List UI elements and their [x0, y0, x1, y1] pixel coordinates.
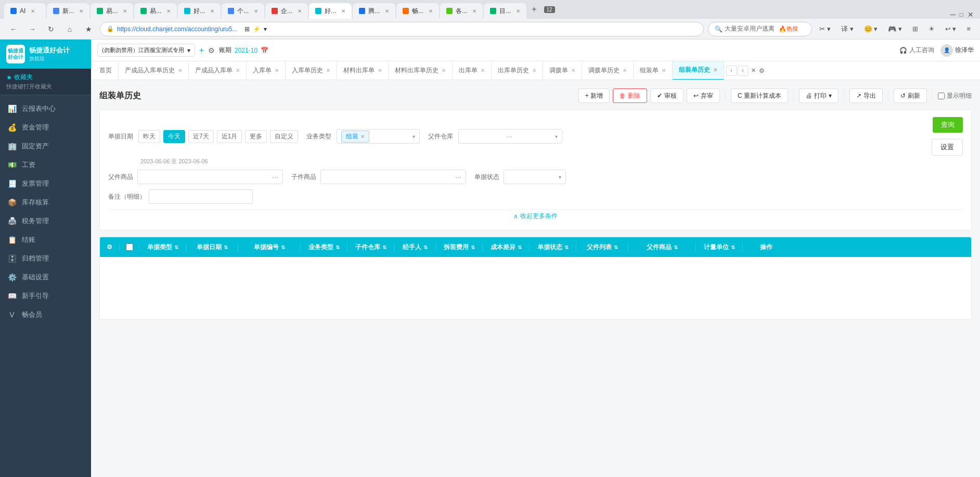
audit-button[interactable]: ✔ 审核 — [650, 88, 684, 103]
sort-icon-assembly_fee[interactable]: ⇅ — [471, 244, 475, 250]
custom-btn[interactable]: 自定义 — [270, 130, 298, 143]
browser-tab-12[interactable]: 目...✕ — [484, 3, 526, 19]
tab-scroll-left[interactable]: ‹ — [726, 66, 737, 76]
sun-icon[interactable]: ☀ — [925, 24, 938, 34]
sort-icon-doc_type[interactable]: ⇅ — [174, 244, 178, 250]
sort-icon-doc_status[interactable]: ⇅ — [564, 244, 569, 250]
sidebar-item-guide[interactable]: 📖 新手引导 — [0, 287, 91, 305]
tab-settings-icon[interactable]: ⚙ — [759, 67, 765, 74]
user-area[interactable]: 👤 徐泽华 — [940, 44, 974, 57]
page-tab-close-icon[interactable]: ✕ — [326, 68, 330, 73]
grid-apps-icon[interactable]: ⊞ — [909, 24, 921, 34]
back-button[interactable]: ← — [6, 22, 21, 36]
browser-tab-4[interactable]: 易...✕ — [134, 3, 177, 19]
browser-tab-8[interactable]: 好...✕ — [309, 3, 352, 19]
month-btn[interactable]: 近1月 — [217, 130, 242, 143]
tab-close-icon[interactable]: ✕ — [210, 8, 214, 14]
tab-close-icon[interactable]: ✕ — [31, 8, 35, 14]
sort-icon-biz_type[interactable]: ⇅ — [336, 244, 340, 250]
query-button[interactable]: 查询 — [933, 117, 963, 133]
browser-tab-2[interactable]: 新...✕ — [47, 3, 89, 19]
sort-icon-unit[interactable]: ⇅ — [731, 244, 735, 250]
forward-button[interactable]: → — [25, 22, 40, 36]
show-detail-checkbox[interactable]: 显示明细 — [938, 92, 972, 100]
menu-icon[interactable]: ≡ — [963, 24, 974, 34]
page-tab-home[interactable]: 首页 — [93, 61, 119, 80]
sidebar-item-settings[interactable]: ⚙️ 基础设置 — [0, 268, 91, 287]
home-button[interactable]: ⌂ — [62, 22, 77, 36]
show-detail-input[interactable] — [938, 93, 945, 99]
page-tab-produce_in_history[interactable]: 产成品入库单历史✕ — [119, 61, 189, 80]
select-all-checkbox[interactable] — [126, 243, 133, 251]
yesterday-btn[interactable]: 昨天 — [138, 130, 160, 143]
tab-close-icon[interactable]: ✕ — [516, 8, 520, 14]
child-goods-ellipsis[interactable]: ··· — [455, 173, 461, 181]
week-btn[interactable]: 近7天 — [188, 130, 214, 143]
refresh-action-button[interactable]: ↺ 刷新 — [894, 88, 927, 103]
address-bar[interactable]: 🔒 https://cloud.chanjet.com/accounting/u… — [100, 22, 704, 36]
tab-close-icon[interactable]: ✕ — [254, 8, 258, 14]
export-button[interactable]: ↗ 导出 — [849, 88, 883, 103]
page-tab-close-icon[interactable]: ✕ — [442, 68, 446, 73]
page-tab-out_order[interactable]: 出库单✕ — [453, 61, 492, 80]
recalculate-button[interactable]: C 重新计算成本 — [731, 88, 788, 103]
tab-close-icon[interactable]: ✕ — [166, 8, 171, 14]
sort-icon-parent_goods[interactable]: ⇅ — [674, 244, 678, 250]
tab-close-icon[interactable]: ✕ — [79, 8, 83, 14]
parent-goods-ellipsis[interactable]: ··· — [272, 173, 278, 181]
print-button[interactable]: 🖨 打印 ▾ — [799, 88, 839, 103]
sidebar-item-archive[interactable]: 🗄️ 归档管理 — [0, 249, 91, 268]
page-tab-close-icon[interactable]: ✕ — [236, 68, 240, 73]
new-button[interactable]: + 新增 — [578, 88, 610, 103]
more-btn[interactable]: 更多 — [245, 130, 267, 143]
sort-icon-doc_no[interactable]: ⇅ — [281, 244, 285, 250]
tab-close-icon[interactable]: ✕ — [429, 8, 433, 14]
parent-goods-input[interactable]: ··· — [137, 170, 283, 184]
table-settings-icon[interactable]: ⚙ — [107, 243, 112, 251]
page-tab-close-icon[interactable]: ✕ — [713, 67, 717, 73]
sidebar-favorite-section[interactable]: ★ 收藏夹 快捷键打开收藏夹 — [0, 69, 91, 95]
close-window-button[interactable]: ✕ — [968, 10, 974, 19]
child-goods-input[interactable]: ··· — [320, 170, 466, 184]
sort-icon-cost_diff[interactable]: ⇅ — [518, 244, 522, 250]
translate-icon[interactable]: 译 ▾ — [838, 23, 857, 35]
refresh-button[interactable]: ↻ — [44, 22, 58, 36]
service-button[interactable]: 🎧 人工咨询 — [899, 46, 934, 55]
page-tab-close-icon[interactable]: ✕ — [662, 68, 666, 73]
page-tab-close-icon[interactable]: ✕ — [481, 68, 485, 73]
th-gear[interactable]: ⚙ — [100, 243, 120, 251]
plus-icon[interactable]: + — [199, 46, 204, 55]
page-tab-close-icon[interactable]: ✕ — [378, 68, 382, 73]
page-tab-close-icon[interactable]: ✕ — [275, 68, 279, 73]
remark-input[interactable] — [149, 189, 253, 204]
sidebar-item-settlement[interactable]: 📋 结账 — [0, 230, 91, 249]
collapse-button[interactable]: ∧ 收起更多条件 — [513, 212, 558, 221]
sidebar-item-asset[interactable]: 🏢 固定资产 — [0, 137, 91, 156]
close-all-tabs[interactable]: ✕ — [749, 67, 758, 74]
browser-tab-3[interactable]: 易...✕ — [91, 3, 133, 19]
sidebar-item-tax[interactable]: 🖨️ 税务管理 — [0, 212, 91, 230]
abandon-button[interactable]: ↩ 弃审 — [687, 88, 720, 103]
tab-close-icon[interactable]: ✕ — [123, 8, 127, 14]
browser-tab-11[interactable]: 各...✕ — [440, 3, 483, 19]
sort-icon-handler[interactable]: ⇅ — [423, 244, 428, 250]
tab-close-icon[interactable]: ✕ — [341, 8, 345, 14]
period-selector[interactable]: 账期 2021-10 📅 — [219, 46, 268, 55]
browser-tab-1[interactable]: AI✕ — [4, 3, 46, 19]
sidebar-item-invoice[interactable]: 🧾 发票管理 — [0, 174, 91, 193]
page-tab-material_out_history[interactable]: 材料出库单历史✕ — [389, 61, 453, 80]
emoji-icon[interactable]: 😊 ▾ — [861, 24, 881, 34]
page-tab-assemble_history[interactable]: 组装单历史✕ — [673, 61, 724, 80]
ellipsis-icon[interactable]: ··· — [506, 132, 512, 140]
game-icon[interactable]: 🎮 ▾ — [885, 24, 905, 34]
today-btn[interactable]: 今天 — [163, 130, 185, 143]
tab-close-icon[interactable]: ✕ — [385, 8, 389, 14]
sidebar-item-member[interactable]: V 畅会员 — [0, 305, 91, 324]
sort-icon-child_warehouse[interactable]: ⇅ — [382, 244, 386, 250]
sidebar-item-report[interactable]: 📊 云报表中心 — [0, 99, 91, 118]
page-tab-in_order[interactable]: 入库单✕ — [247, 61, 286, 80]
page-tab-material_out[interactable]: 材料出库单✕ — [337, 61, 389, 80]
sidebar-item-inventory[interactable]: 📦 库存核算 — [0, 193, 91, 212]
bookmark-button[interactable]: ★ — [81, 22, 96, 36]
sidebar-item-salary[interactable]: 💵 工资 — [0, 156, 91, 174]
